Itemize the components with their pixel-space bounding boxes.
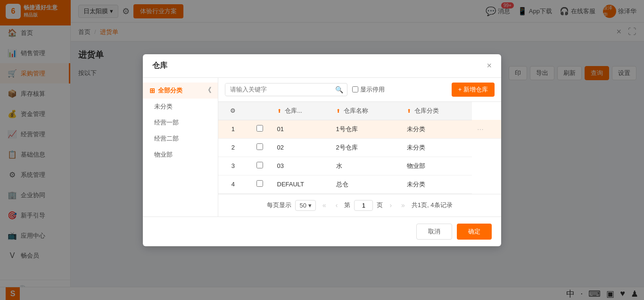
page-unit: 页 bbox=[377, 201, 383, 209]
grid-icon: ⊞ bbox=[149, 87, 155, 94]
sort-icon: ⬆ bbox=[336, 108, 340, 114]
row-check-1[interactable] bbox=[248, 120, 272, 138]
col-setting-header: ⚙ bbox=[218, 102, 248, 120]
search-box: 🔍 bbox=[225, 83, 347, 96]
row-setting-4[interactable]: 4 bbox=[218, 175, 248, 193]
warehouse-panel: 🔍 显示停用 + 新增仓库 ⚙ bbox=[218, 78, 501, 217]
modal-footer: 取消 确定 bbox=[143, 217, 501, 246]
row-category-3: 物业部 bbox=[401, 157, 472, 175]
row-name-1: 1号仓库 bbox=[330, 120, 401, 138]
row-checkbox-2[interactable] bbox=[256, 143, 263, 150]
row-code-1: 01 bbox=[272, 120, 330, 138]
category-item-未分类[interactable]: 未分类 bbox=[143, 99, 218, 115]
row-category-4: 未分类 bbox=[401, 175, 472, 193]
col-name-header[interactable]: ⬆ 仓库名称 bbox=[330, 102, 401, 120]
row-check-2[interactable] bbox=[248, 138, 272, 157]
row-check-4[interactable] bbox=[248, 175, 272, 193]
total-info: 共1页, 4条记录 bbox=[412, 201, 453, 209]
category-item-物业部[interactable]: 物业部 bbox=[143, 147, 218, 163]
row-setting-1[interactable]: 1 bbox=[218, 120, 248, 138]
pagination: 每页显示 50 ▾ « ‹ 第 页 › » 共1页, 4条记录 bbox=[218, 194, 501, 217]
modal-close-button[interactable]: × bbox=[487, 61, 492, 70]
page-size-value: 50 bbox=[299, 202, 306, 209]
sort-icon: ⬆ bbox=[407, 108, 411, 114]
page-label: 第 bbox=[344, 201, 350, 209]
next-page-btn[interactable]: › bbox=[387, 200, 395, 210]
per-page-label: 每页显示 bbox=[267, 201, 291, 209]
col-category-header[interactable]: ⬆ 仓库分类 bbox=[401, 102, 472, 120]
add-warehouse-button[interactable]: + 新增仓库 bbox=[452, 83, 495, 97]
modal-body: ⊞ 全部分类 《 未分类经营一部经营二部物业部 🔍 显示停用 bbox=[143, 78, 501, 217]
table-row[interactable]: 3 03 水 物业部 bbox=[218, 157, 501, 175]
cancel-button[interactable]: 取消 bbox=[416, 224, 452, 240]
category-panel: ⊞ 全部分类 《 未分类经营一部经营二部物业部 bbox=[143, 78, 218, 217]
category-all-header[interactable]: ⊞ 全部分类 《 bbox=[143, 83, 218, 99]
row-setting-3[interactable]: 3 bbox=[218, 157, 248, 175]
page-number-input[interactable] bbox=[354, 200, 373, 211]
row-name-2: 2号仓库 bbox=[330, 138, 401, 157]
collapse-icon[interactable]: 《 bbox=[205, 86, 211, 95]
row-checkbox-4[interactable] bbox=[256, 180, 263, 187]
row-category-1: 未分类 bbox=[401, 120, 472, 138]
prev-page-btn[interactable]: ‹ bbox=[333, 200, 341, 210]
ellipsis-icon[interactable]: ··· bbox=[478, 125, 484, 133]
warehouse-modal: 仓库 × ⊞ 全部分类 《 未分类经营一部经营二部物业部 🔍 bbox=[143, 54, 501, 246]
modal-title: 仓库 bbox=[152, 61, 167, 71]
table-header-row: ⚙ ⬆ 仓库... ⬆ 仓库名称 bbox=[218, 102, 501, 120]
row-setting-2[interactable]: 2 bbox=[218, 138, 248, 157]
sort-icon: ⬆ bbox=[277, 108, 281, 114]
table-wrap: ⚙ ⬆ 仓库... ⬆ 仓库名称 bbox=[218, 102, 501, 194]
row-category-2: 未分类 bbox=[401, 138, 472, 157]
modal-header: 仓库 × bbox=[143, 54, 501, 78]
search-input[interactable] bbox=[225, 83, 331, 95]
category-all-label: 全部分类 bbox=[158, 86, 182, 95]
search-button[interactable]: 🔍 bbox=[331, 83, 347, 96]
row-action-1[interactable]: ··· bbox=[472, 120, 502, 138]
table-row[interactable]: 1 01 1号仓库 未分类 ··· bbox=[218, 120, 501, 138]
row-check-3[interactable] bbox=[248, 157, 272, 175]
row-name-3: 水 bbox=[330, 157, 401, 175]
row-checkbox-3[interactable] bbox=[256, 162, 263, 168]
chevron-down-icon: ▾ bbox=[308, 202, 312, 209]
category-item-经营一部[interactable]: 经营一部 bbox=[143, 115, 218, 131]
last-page-btn[interactable]: » bbox=[398, 200, 408, 210]
show-disabled-text: 显示停用 bbox=[360, 85, 385, 94]
first-page-btn[interactable]: « bbox=[320, 200, 329, 210]
warehouse-toolbar: 🔍 显示停用 + 新增仓库 bbox=[218, 78, 501, 102]
table-row[interactable]: 2 02 2号仓库 未分类 bbox=[218, 138, 501, 157]
table-row[interactable]: 4 DEFAULT 总仓 未分类 bbox=[218, 175, 501, 193]
row-code-3: 03 bbox=[272, 157, 330, 175]
modal-overlay: 仓库 × ⊞ 全部分类 《 未分类经营一部经营二部物业部 🔍 bbox=[0, 0, 644, 300]
confirm-button[interactable]: 确定 bbox=[457, 224, 492, 240]
warehouse-table: ⚙ ⬆ 仓库... ⬆ 仓库名称 bbox=[218, 102, 501, 194]
show-disabled-label[interactable]: 显示停用 bbox=[352, 85, 385, 94]
row-code-2: 02 bbox=[272, 138, 330, 157]
category-item-经营二部[interactable]: 经营二部 bbox=[143, 131, 218, 147]
col-code-header[interactable]: ⬆ 仓库... bbox=[272, 102, 330, 120]
col-check-header bbox=[248, 102, 272, 120]
row-name-4: 总仓 bbox=[330, 175, 401, 193]
page-size-selector[interactable]: 50 ▾ bbox=[295, 200, 315, 211]
row-checkbox-1[interactable] bbox=[256, 125, 263, 132]
row-code-4: DEFAULT bbox=[272, 175, 330, 193]
show-disabled-checkbox[interactable] bbox=[352, 86, 358, 92]
